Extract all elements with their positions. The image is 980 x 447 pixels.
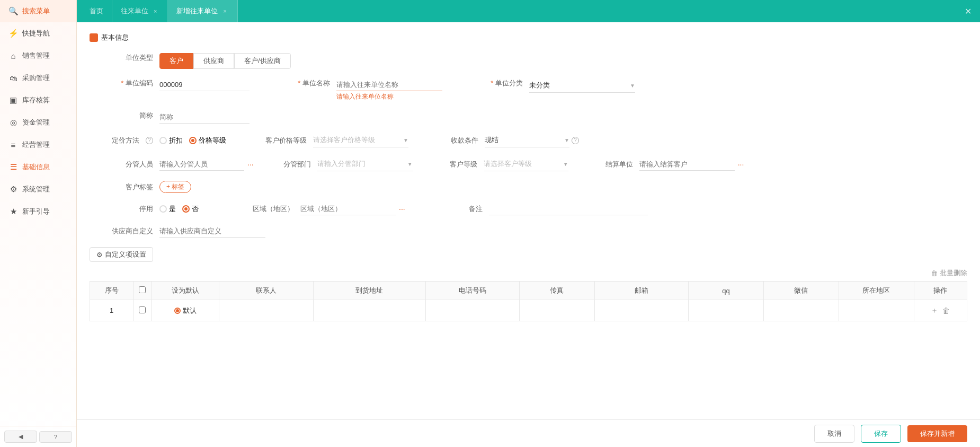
col-check[interactable]	[133, 282, 152, 300]
col-qq: qq	[688, 282, 763, 300]
tag-add-btn[interactable]: + 标签	[159, 181, 191, 193]
wechat-input[interactable]	[785, 304, 817, 317]
region-more-btn[interactable]: ···	[396, 204, 408, 214]
save-button[interactable]: 保存	[861, 425, 901, 443]
sidebar-item-basic[interactable]: ☰ 基础信息	[0, 156, 76, 178]
sidebar-item-inventory[interactable]: ▣ 库存核算	[0, 89, 76, 111]
name-input[interactable]	[336, 78, 442, 91]
short-name-row: 简称	[90, 111, 967, 124]
select-all-checkbox[interactable]	[139, 286, 146, 293]
row-contact[interactable]	[219, 300, 313, 321]
customer-level-dropdown[interactable]: 请选择客户等级 ▼	[484, 157, 568, 171]
payment-help-icon[interactable]: ?	[572, 137, 579, 144]
short-name-input[interactable]	[159, 111, 250, 124]
row-wechat[interactable]	[763, 300, 839, 321]
manager-more-btn[interactable]: ···	[244, 159, 257, 170]
sidebar-item-purchase[interactable]: 🛍 采购管理	[0, 67, 76, 89]
row-phone[interactable]	[425, 300, 519, 321]
sidebar-help-btn[interactable]: ?	[39, 431, 72, 443]
unit-type-supplier[interactable]: 供应商	[193, 53, 234, 69]
region-input[interactable]	[300, 203, 396, 215]
sidebar-item-nav[interactable]: ⚡ 快捷导航	[0, 22, 76, 45]
col-email: 邮箱	[594, 282, 688, 300]
batch-delete-btn[interactable]: 🗑 批量删除	[931, 268, 967, 278]
row-ops: ＋ 🗑	[914, 300, 967, 321]
table-toolbar: 🗑 批量删除	[90, 268, 967, 278]
price-level-label: 价格等级	[199, 136, 226, 145]
tab-partners-close[interactable]: ×	[152, 7, 159, 15]
sidebar-item-label: 销售管理	[22, 51, 50, 60]
settlement-label: 结算单位	[605, 160, 633, 169]
unit-type-customer[interactable]: 客户	[159, 53, 193, 69]
tab-home-label: 首页	[90, 6, 103, 16]
phone-input[interactable]	[451, 304, 494, 317]
manager-input[interactable]	[159, 158, 244, 171]
sidebar-item-system[interactable]: ⚙ 系统管理	[0, 178, 76, 200]
row-region[interactable]	[839, 300, 914, 321]
row-address[interactable]	[313, 300, 425, 321]
sidebar-item-label: 资金管理	[22, 118, 50, 127]
delete-row-icon[interactable]: 🗑	[942, 306, 950, 315]
tab-new-partner[interactable]: 新增往来单位 ×	[168, 0, 237, 22]
fax-input[interactable]	[541, 304, 573, 317]
sidebar-item-search[interactable]: 🔍 搜索菜单	[0, 0, 76, 22]
sidebar-item-finance[interactable]: ◎ 资金管理	[0, 111, 76, 134]
dept-placeholder: 请输入分管部门	[317, 159, 405, 169]
code-input[interactable]	[159, 78, 250, 91]
settlement-input[interactable]	[639, 158, 735, 171]
sidebar-item-operation[interactable]: ≡ 经营管理	[0, 134, 76, 156]
pricing-row: 定价方法 ? 折扣 价格等级	[90, 133, 967, 147]
default-radio[interactable]	[174, 308, 181, 314]
row-fax[interactable]	[519, 300, 594, 321]
col-wechat: 微信	[763, 282, 839, 300]
tab-new-partner-label: 新增往来单位	[176, 6, 218, 16]
dept-dropdown[interactable]: 请输入分管部门 ▼	[317, 157, 413, 171]
unit-type-both[interactable]: 客户/供应商	[234, 53, 291, 69]
discount-radio	[159, 137, 167, 144]
save-new-button[interactable]: 保存并新增	[907, 425, 967, 442]
sidebar-collapse-btn[interactable]: ◀	[4, 431, 37, 443]
settlement-more-btn[interactable]: ···	[735, 159, 747, 170]
custom-settings-btn[interactable]: ⚙ 自定义项设置	[90, 247, 153, 262]
category-value: 未分类	[529, 81, 628, 90]
email-input[interactable]	[620, 304, 663, 317]
remark-input[interactable]	[489, 203, 648, 215]
name-label: 单位名称	[298, 78, 330, 88]
disable-yes[interactable]: 是	[159, 204, 176, 214]
address-input[interactable]	[343, 304, 396, 317]
tab-bar: 首页 往来单位 × 新增往来单位 × ✕	[77, 0, 980, 22]
remark-label: 备注	[469, 204, 483, 214]
row-qq[interactable]	[688, 300, 763, 321]
star-icon: ★	[8, 207, 18, 216]
row-checkbox[interactable]	[139, 306, 146, 313]
disable-no-label: 否	[192, 204, 199, 214]
tab-home[interactable]: 首页	[81, 0, 112, 22]
col-address: 到货地址	[313, 282, 425, 300]
category-dropdown[interactable]: 未分类 ▼	[529, 78, 635, 93]
region-table-input[interactable]	[860, 304, 892, 317]
row-check[interactable]	[133, 300, 152, 321]
pricing-discount[interactable]: 折扣	[159, 136, 183, 145]
supplier-custom-label: 供应商自定义	[112, 226, 153, 236]
payment-dropdown[interactable]: 现结 ▼	[485, 133, 569, 147]
sidebar-item-guide[interactable]: ★ 新手引导	[0, 200, 76, 223]
qq-input[interactable]	[710, 304, 742, 317]
sidebar-item-sales[interactable]: ⌂ 销售管理	[0, 45, 76, 67]
row-email[interactable]	[594, 300, 688, 321]
supplier-custom-input[interactable]	[159, 225, 265, 238]
pricing-help-icon[interactable]: ?	[146, 137, 153, 144]
pricing-radio-group: 折扣 价格等级	[159, 136, 226, 145]
pricing-price-level[interactable]: 价格等级	[189, 136, 226, 145]
customer-price-label: 客户价格等级	[265, 136, 307, 145]
disable-no[interactable]: 否	[182, 204, 199, 214]
customer-price-dropdown[interactable]: 请选择客户价格等级 ▼	[313, 133, 408, 147]
settings-gear-icon: ⚙	[96, 251, 103, 259]
add-row-icon[interactable]: ＋	[931, 306, 938, 315]
tab-partners[interactable]: 往来单位 ×	[112, 0, 168, 22]
col-region: 所在地区	[839, 282, 914, 300]
custom-settings-label: 自定义项设置	[105, 250, 146, 259]
tab-new-partner-close[interactable]: ×	[221, 7, 228, 15]
cancel-button[interactable]: 取消	[814, 425, 854, 443]
global-close-btn[interactable]: ✕	[960, 4, 976, 19]
contact-input[interactable]	[245, 304, 287, 317]
